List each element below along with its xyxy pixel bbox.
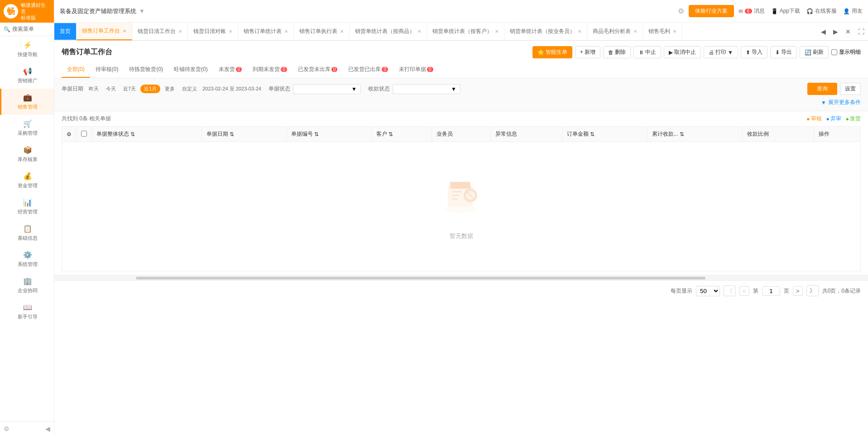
expand-more-button[interactable]: ▼ 展开更多条件 (821, 99, 861, 106)
table-summary: 共找到 0条 相关单据 ● 审核 ● 弃审 ● 发货 (62, 115, 861, 123)
sort-icon[interactable]: ⇅ (680, 131, 684, 137)
tab-close-sales-stat[interactable]: ✕ (284, 29, 288, 34)
filter-date-custom[interactable]: 自定义 (179, 85, 200, 93)
query-button[interactable]: 查询 (807, 83, 837, 95)
print-button[interactable]: 🖨 打印 ▼ (704, 46, 738, 58)
tab-scroll-left-icon[interactable]: ◀ (817, 24, 830, 39)
horizontal-scrollbar-thumb[interactable] (136, 277, 705, 280)
tab-close-sales-more[interactable]: ✕ (673, 29, 676, 34)
user-menu-button[interactable]: 👤 用友 (843, 7, 863, 15)
message-button[interactable]: ✉ 6 消息 (739, 7, 765, 15)
select-all-checkbox[interactable] (81, 131, 87, 137)
app-download-button[interactable]: 📱 App下载 (771, 7, 800, 15)
sidebar-item-purchase[interactable]: 🛒 采购管理 (0, 115, 54, 141)
filter-date-more[interactable]: 更多 (162, 85, 177, 93)
sidebar-item-guide[interactable]: 📖 新手引导 (0, 299, 54, 325)
tab-sales-more[interactable]: 销售毛利 ✕ (643, 23, 682, 40)
cancel-review-action-button[interactable]: ● 弃审 (826, 115, 841, 123)
filter-date-today[interactable]: 今天 (103, 85, 119, 93)
sort-icon[interactable]: ⇅ (130, 131, 135, 137)
subtab-wangpu-pending[interactable]: 旺铺待发货(0) (168, 62, 213, 78)
subtab-unprinted[interactable]: 未打印单据0 (393, 62, 439, 78)
industry-plan-button[interactable]: 体验行业方案 (689, 5, 734, 17)
pause-button[interactable]: ⏸ 中止 (633, 46, 661, 58)
tab-sales-workbench[interactable]: 销售订单工作台 ✕ (77, 23, 132, 40)
ship-action-button[interactable]: ● 发货 (846, 115, 861, 123)
page-header-actions: ⭐ 智能生单 + 新增 🗑 删除 ⏸ 中止 ▶ 取消中止 (532, 46, 861, 58)
online-service-button[interactable]: 🎧 在线客服 (806, 7, 837, 15)
sidebar-item-system[interactable]: ⚙️ 系统管理 (0, 246, 54, 272)
topbar-arrow-icon[interactable]: ▼ (139, 8, 145, 14)
sidebar-item-inventory[interactable]: 📦 库存核算 (0, 141, 54, 167)
page-number-input[interactable] (762, 286, 780, 296)
page-size-select[interactable]: 50 10 20 100 (696, 286, 720, 296)
filter-status-select[interactable]: ▼ (293, 84, 361, 94)
tab-margin-analysis[interactable]: 商品毛利分析表 ✕ (587, 23, 643, 40)
sidebar-item-shortcut[interactable]: ⚡ 快捷导航 (0, 36, 54, 62)
sort-icon[interactable]: ⇅ (230, 131, 234, 137)
subtab-pending-inspect[interactable]: 待拣货验货(0) (124, 62, 168, 78)
tab-home[interactable]: 首页 (54, 23, 77, 40)
tab-close-sales-stat-staff[interactable]: ✕ (578, 29, 581, 34)
sidebar-settings-btn[interactable]: ⚙ (4, 425, 10, 432)
tab-close-margin-analysis[interactable]: ✕ (633, 29, 637, 34)
refresh-button[interactable]: 🔄 刷新 (800, 46, 829, 58)
th-checkbox[interactable] (77, 127, 92, 142)
sort-icon[interactable]: ⇅ (314, 131, 319, 137)
sort-icon[interactable]: ⇅ (590, 131, 595, 137)
subtab-shipped-out[interactable]: 已发货已出库0 (343, 62, 393, 78)
subtab-all[interactable]: 全部(0) (62, 62, 90, 78)
sidebar-item-sales[interactable]: 💼 销售管理 (0, 89, 54, 115)
tab-scroll-right-icon[interactable]: ▶ (830, 24, 842, 39)
import-button[interactable]: ⬆ 导入 (741, 46, 767, 58)
cancel-pause-button[interactable]: ▶ 取消中止 (664, 46, 701, 58)
filter-date-yesterday[interactable]: 昨天 (86, 85, 101, 93)
subtab-pending-review[interactable]: 待审核(0) (90, 62, 124, 78)
smart-generate-button[interactable]: ⭐ 智能生单 (532, 46, 572, 58)
sidebar-item-basic[interactable]: 📋 基础信息 (0, 220, 54, 246)
topbar-settings-icon[interactable]: ⚙ (678, 7, 684, 15)
tab-close-sales-workbench[interactable]: ✕ (123, 28, 126, 33)
tab-close-sales-exec[interactable]: ✕ (340, 29, 344, 34)
filter-date-1month[interactable]: 近1月 (140, 85, 160, 93)
sidebar-item-enterprise[interactable]: 🏢 企业协同 (0, 272, 54, 299)
next-page-button[interactable]: > (793, 286, 803, 296)
show-detail-checkbox-label[interactable]: 显示明细 (831, 48, 861, 56)
filter-payment-select[interactable]: ▼ (393, 84, 460, 94)
tab-close-cash-daily[interactable]: ✕ (178, 29, 182, 34)
prev-page-button[interactable]: < (739, 286, 749, 296)
sidebar-search[interactable]: 🔍 搜索菜单 (0, 23, 54, 36)
export-button[interactable]: ⬇ 导出 (770, 46, 797, 58)
sidebar-item-finance[interactable]: 💰 资金管理 (0, 167, 54, 194)
horizontal-scrollbar[interactable] (54, 275, 868, 280)
tab-sales-exec[interactable]: 销售订单执行表 ✕ (294, 23, 350, 40)
tab-close-all-icon[interactable]: ✕ (842, 24, 854, 39)
sort-icon[interactable]: ⇅ (388, 131, 393, 137)
delete-button[interactable]: 🗑 删除 (603, 46, 631, 58)
tab-sales-stat-staff[interactable]: 销货单统计表（按业务员） ✕ (504, 23, 587, 40)
new-button[interactable]: + 新增 (575, 46, 600, 58)
tab-sales-stat-product[interactable]: 销货单统计表（按商品） ✕ (350, 23, 427, 40)
sidebar-item-marketing[interactable]: 📢 营销推广 (0, 62, 54, 89)
th-settings[interactable]: ⚙ (62, 127, 77, 142)
sidebar-item-operation[interactable]: 📊 经营管理 (0, 194, 54, 220)
th-status: 单据整体状态⇅ (92, 127, 202, 142)
tab-close-cash-reconcile[interactable]: ✕ (229, 29, 232, 34)
last-page-button[interactable]: 》 (806, 285, 819, 296)
tab-sales-stat[interactable]: 销售订单统计表 ✕ (238, 23, 294, 40)
tab-close-sales-stat-product[interactable]: ✕ (417, 29, 421, 34)
filter-date-7days[interactable]: 近7天 (120, 85, 139, 93)
show-detail-checkbox[interactable] (831, 49, 837, 55)
subtab-unshipped[interactable]: 未发货0 (213, 62, 248, 78)
tab-cash-reconcile[interactable]: 钱货日清对账 ✕ (188, 23, 238, 40)
filter-settings-button[interactable]: 设置 (840, 83, 861, 95)
first-page-button[interactable]: 《 (724, 285, 736, 296)
review-action-button[interactable]: ● 审核 (806, 115, 821, 123)
tab-sales-stat-customer[interactable]: 销货单统计表（按客户） ✕ (427, 23, 504, 40)
subtab-shipped-no-warehouse[interactable]: 已发货未出库0 (293, 62, 343, 78)
sidebar-collapse-btn[interactable]: ◀ (45, 425, 50, 432)
subtab-overdue-unshipped[interactable]: 到期未发货0 (247, 62, 293, 78)
tab-close-sales-stat-customer[interactable]: ✕ (495, 29, 499, 34)
tab-fullscreen-icon[interactable]: ⛶ (854, 24, 868, 39)
tab-cash-daily[interactable]: 钱货日清工作台 ✕ (132, 23, 188, 40)
